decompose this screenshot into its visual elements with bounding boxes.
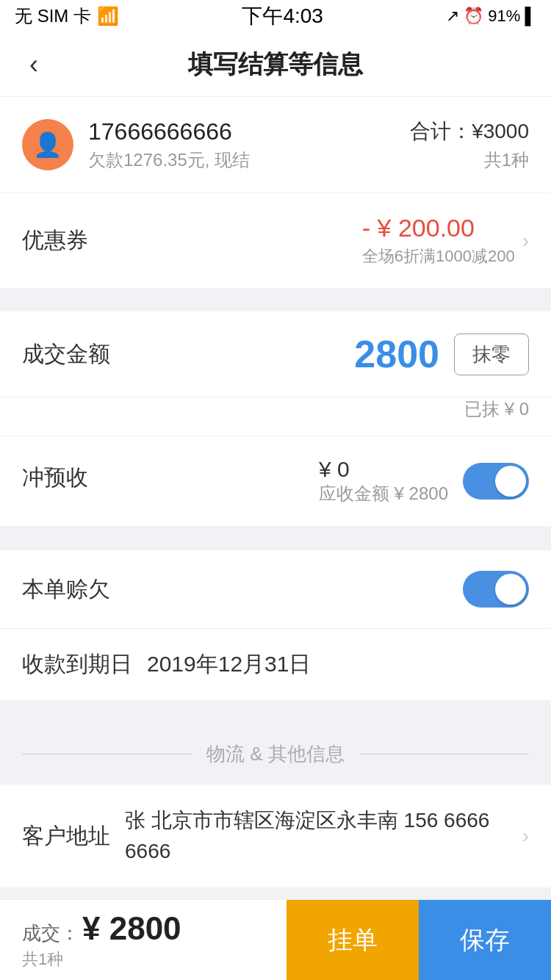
coupon-row[interactable]: 优惠券 - ¥ 200.00 全场6折满1000减200 › (0, 192, 551, 288)
nav-bar: ‹ 填写结算等信息 (0, 32, 551, 97)
bottom-amount: ¥ 2800 (82, 910, 181, 947)
debt-card: 本单赊欠 收款到期日 2019年12月31日 (0, 550, 551, 700)
user-phone: 17666666666 (88, 118, 250, 145)
prepay-label: 冲预收 (22, 457, 88, 493)
location-icon: ↗ (446, 7, 459, 26)
deal-amount: 2800 (354, 332, 439, 376)
wifi-icon: 📶 (97, 6, 119, 26)
due-date-row: 收款到期日 2019年12月31日 (0, 628, 551, 700)
coupon-label: 优惠券 (22, 226, 88, 256)
coupon-right: - ¥ 200.00 全场6折满1000减200 › (362, 214, 529, 267)
address-card: 客户地址 张 北京市市辖区海淀区永丰南 156 6666 6666 › (0, 785, 551, 887)
section-divider-1 (0, 300, 551, 311)
address-value: 张 北京市市辖区海淀区永丰南 156 6666 6666 (110, 805, 522, 867)
user-total: 合计：¥3000 (410, 118, 529, 145)
status-left: 无 SIM 卡 📶 (15, 4, 119, 28)
deal-sub: 已抹 ¥ 0 (464, 397, 529, 421)
prepay-sub: 应收金额 ¥ 2800 (319, 482, 448, 505)
due-date-value: 2019年12月31日 (147, 649, 311, 680)
section-divider-2 (0, 538, 551, 550)
section-divider-3 (0, 712, 551, 724)
sim-label: 无 SIM 卡 (15, 4, 91, 28)
battery-icon: ▌ (525, 7, 536, 26)
back-button[interactable]: ‹ (22, 42, 46, 87)
deal-label: 成交金额 (22, 339, 110, 370)
prepay-right: ¥ 0 应收金额 ¥ 2800 (319, 457, 529, 505)
deal-right: 2800 抹零 (354, 332, 529, 376)
content-area: 👤 17666666666 欠款1276.35元, 现结 合计：¥3000 共1… (0, 97, 551, 980)
coupon-chevron-icon: › (522, 229, 529, 253)
battery-label: 91% (488, 7, 520, 26)
user-right: 合计：¥3000 共1种 (410, 118, 529, 172)
logistics-divider: 物流 & 其他信息 (0, 724, 551, 785)
due-date-label: 收款到期日 (22, 649, 132, 680)
user-left: 👤 17666666666 欠款1276.35元, 现结 (22, 118, 250, 172)
status-time: 下午4:03 (242, 2, 323, 30)
deal-row: 成交金额 2800 抹零 (0, 311, 551, 397)
hang-button[interactable]: 挂单 (287, 900, 419, 981)
user-row: 👤 17666666666 欠款1276.35元, 现结 合计：¥3000 共1… (0, 97, 551, 192)
coupon-desc: 全场6折满1000减200 (362, 245, 515, 267)
round-zero-button[interactable]: 抹零 (454, 334, 529, 375)
bottom-summary: 成交： ¥ 2800 共1种 (0, 910, 287, 970)
avatar: 👤 (22, 119, 73, 170)
address-label: 客户地址 (22, 821, 110, 851)
user-info: 17666666666 欠款1276.35元, 现结 (88, 118, 250, 172)
page-title: 填写结算等信息 (188, 48, 363, 82)
status-bar: 无 SIM 卡 📶 下午4:03 ↗ ⏰ 91% ▌ (0, 0, 551, 32)
logistics-line-right (359, 754, 529, 754)
alarm-icon: ⏰ (464, 7, 483, 26)
bottom-bar: 成交： ¥ 2800 共1种 挂单 保存 (0, 899, 551, 980)
user-count: 共1种 (410, 148, 529, 172)
coupon-amount: - ¥ 200.00 (362, 214, 515, 242)
debt-toggle[interactable] (463, 571, 529, 608)
user-card: 👤 17666666666 欠款1276.35元, 现结 合计：¥3000 共1… (0, 97, 551, 288)
save-button[interactable]: 保存 (419, 900, 551, 981)
prepay-amount: ¥ 0 (319, 457, 448, 482)
address-chevron-icon: › (522, 824, 529, 848)
bottom-total-label: 成交： (22, 920, 79, 946)
logistics-label: 物流 & 其他信息 (206, 741, 345, 767)
prepay-toggle[interactable] (463, 463, 529, 500)
deal-card: 成交金额 2800 抹零 已抹 ¥ 0 冲预收 ¥ 0 应收金额 ¥ 2800 (0, 311, 551, 526)
status-right: ↗ ⏰ 91% ▌ (446, 7, 536, 26)
prepay-row: 冲预收 ¥ 0 应收金额 ¥ 2800 (0, 436, 551, 526)
address-row[interactable]: 客户地址 张 北京市市辖区海淀区永丰南 156 6666 6666 › (0, 785, 551, 887)
debt-row: 本单赊欠 (0, 550, 551, 628)
bottom-count: 共1种 (22, 948, 264, 970)
logistics-line-left (22, 754, 192, 754)
debt-label: 本单赊欠 (22, 574, 110, 605)
user-sub: 欠款1276.35元, 现结 (88, 148, 250, 172)
avatar-icon: 👤 (33, 131, 62, 159)
